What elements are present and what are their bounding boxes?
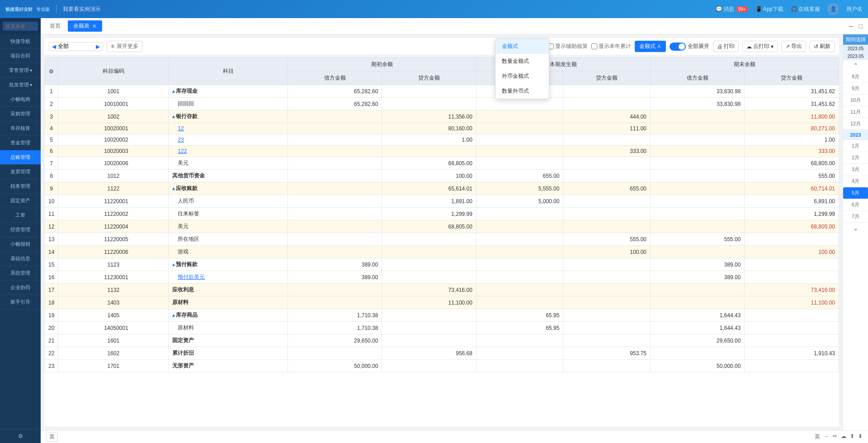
table-row[interactable]: 16 11230001 预付款美元 389.00 389.00	[45, 271, 839, 284]
user-avatar[interactable]: 👤	[827, 3, 839, 15]
table-row[interactable]: 23 1701 无形资产 50,000.00 50,000.00	[45, 360, 839, 372]
mode-btn[interactable]: 金额式 ∧	[635, 41, 666, 52]
demo-link[interactable]: 我要看实例演示	[63, 5, 101, 13]
show-aux-checkbox[interactable]: 显示辅助核算	[548, 43, 588, 50]
table-row[interactable]: 17 1132 应收利息 73,416.00 73,416.00	[45, 284, 839, 296]
tab-minimize-btn[interactable]: ─	[847, 21, 855, 32]
sidebar-item-capital-mgmt[interactable]: 资金管理	[0, 136, 41, 150]
refresh-btn[interactable]: ↺ 刷新	[810, 41, 835, 52]
sidebar-item-new-guide[interactable]: 新手引导	[0, 295, 41, 310]
period-month-3[interactable]: 3月	[843, 164, 868, 176]
search-input[interactable]	[3, 22, 38, 31]
period-range-start[interactable]: 2023.05	[843, 45, 868, 52]
expand-icon[interactable]: ▴	[172, 185, 175, 191]
table-row[interactable]: 3 1002 ▴银行存款 11,356.00 444.00 11,800.00	[45, 110, 839, 123]
table-row[interactable]: 1 1001 ▴库存现金 65,282.60 33,830.98 31,451.…	[45, 85, 839, 98]
tab-home[interactable]: 首页	[44, 20, 66, 32]
sidebar-item-ledger-mgmt[interactable]: 总账管理	[0, 150, 41, 165]
period-month-7[interactable]: 7月	[843, 211, 868, 223]
cloud-print-btn[interactable]: ☁ 云打印 ▾	[742, 41, 778, 52]
table-row[interactable]: 15 1123 ▴预付账款 389.00 389.00	[45, 258, 839, 271]
period-down-nav[interactable]: ⌄	[843, 223, 868, 233]
table-row[interactable]: 11 11220002 往来标签 1,299.99 1,299.99	[45, 208, 839, 220]
period-month-4[interactable]: 4月	[843, 176, 868, 187]
period-year-2023[interactable]: 2023	[843, 130, 868, 140]
lang-btn[interactable]: 英	[46, 432, 58, 442]
sidebar-item-fixed-assets[interactable]: 固定资产	[0, 194, 41, 208]
expand-icon[interactable]: ▴	[172, 113, 175, 119]
th-settings[interactable]: ⚙	[45, 58, 58, 85]
period-month-12[interactable]: 12月	[843, 118, 868, 130]
expand-more-btn[interactable]: ⊕ 展开更多	[107, 41, 142, 52]
table-row[interactable]: 2 10010001 回回回 65,282.60 33,830.98 31,45…	[45, 98, 839, 110]
table-row[interactable]: 5 10020002 23 1.00 1.00	[45, 134, 839, 146]
period-month-8[interactable]: 8月	[843, 71, 868, 83]
message-btn[interactable]: 💬 消息 99+	[716, 5, 748, 13]
period-month-11[interactable]: 11月	[843, 106, 868, 118]
sidebar-item-retail-mgmt[interactable]: 零售管理▾	[0, 63, 41, 78]
status-icon-6[interactable]: ⬇	[858, 433, 863, 441]
period-month-10[interactable]: 10月	[843, 95, 868, 106]
ytd-checkbox[interactable]	[591, 43, 597, 49]
table-row[interactable]: 12 11220004 美元 68,805.00 68,805.00	[45, 220, 839, 233]
subject-search-input[interactable]	[58, 43, 94, 50]
download-btn[interactable]: 📱 App下载	[755, 5, 783, 13]
table-row[interactable]: 18 1403 原材料 11,100.00 11,100.00	[45, 296, 839, 309]
dropdown-item-qty-foreign[interactable]: 数量外币式	[495, 84, 549, 99]
period-month-5[interactable]: 5月	[843, 187, 868, 199]
table-row[interactable]: 13 11220005 所在地区 555.00 555.00	[45, 233, 839, 246]
status-icon-1[interactable]: 英	[815, 433, 820, 441]
sidebar-item-small-ecommerce[interactable]: 小畅电商	[0, 92, 41, 107]
dropdown-item-qty-amount[interactable]: 数量金额式	[495, 54, 549, 69]
sidebar-item-tax-mgmt[interactable]: 税务管理	[0, 179, 41, 194]
table-row[interactable]: 10 11220001 人民币 1,891.00 5,000.00 6,891.…	[45, 195, 839, 208]
search-right-icon[interactable]: ▶	[96, 43, 100, 50]
table-row[interactable]: 4 10020001 12 80,160.00 111.00 80,271.00	[45, 123, 839, 134]
show-ytd-checkbox[interactable]: 显示本年累计	[591, 43, 631, 50]
service-btn[interactable]: 🎧 在线客服	[791, 5, 820, 13]
status-icon-4[interactable]: ☁	[841, 433, 846, 441]
tab-maximize-btn[interactable]: □	[857, 21, 864, 32]
export-btn[interactable]: ↗ 导出	[781, 41, 806, 52]
print-btn[interactable]: 🖨 打印	[713, 41, 739, 52]
table-row[interactable]: 22 1602 累计折旧 956.68 953.75 1,910.43	[45, 347, 839, 360]
sidebar-item-invoice-mgmt[interactable]: 发票管理	[0, 165, 41, 179]
expand-icon[interactable]: ▴	[172, 88, 175, 94]
expand-all-toggle[interactable]: 全部展开	[670, 43, 709, 51]
period-month-1[interactable]: 1月	[843, 140, 868, 152]
dropdown-item-foreign-amount[interactable]: 外币金额式	[495, 69, 549, 84]
table-row[interactable]: 14 11220006 游戏 100.00 100.00	[45, 246, 839, 258]
sidebar-item-enterprise-coop[interactable]: 企业协同	[0, 281, 41, 295]
sidebar-item-quick-nav[interactable]: 快捷导航	[0, 34, 41, 49]
sidebar-item-purchase-mgmt[interactable]: 采购管理	[0, 107, 41, 121]
tab-close-icon[interactable]: ✕	[92, 23, 97, 29]
table-row[interactable]: 21 1601 固定资产 29,650.00 29,650.00	[45, 334, 839, 347]
expand-icon[interactable]: ▴	[172, 312, 175, 318]
period-month-2[interactable]: 2月	[843, 152, 868, 164]
table-row[interactable]: 6 10020003 122 333.00 333.00	[45, 146, 839, 157]
status-icon-2[interactable]: →	[824, 433, 829, 441]
period-month-6[interactable]: 6月	[843, 199, 868, 211]
sidebar-item-small-sales[interactable]: 小畅报销	[0, 237, 41, 252]
dropdown-item-amount[interactable]: 金额式	[495, 39, 549, 54]
toggle-switch[interactable]	[670, 43, 686, 51]
table-row[interactable]: 8 1012 其他货币资金 100.00 655.00 555.00	[45, 170, 839, 182]
sidebar-item-basic-info[interactable]: 基础信息	[0, 252, 41, 266]
period-range-end[interactable]: 2023.05	[843, 52, 868, 60]
sidebar-item-salary[interactable]: 工资	[0, 208, 41, 223]
status-icon-3[interactable]: ✏	[833, 433, 837, 441]
sidebar-item-wholesale-mgmt[interactable]: 批发管理▾	[0, 78, 41, 92]
status-icon-5[interactable]: ⬆	[850, 433, 854, 441]
tab-balance[interactable]: 余额表 ✕	[68, 20, 102, 32]
expand-icon[interactable]: ▴	[172, 261, 175, 267]
sidebar-settings[interactable]: ⚙	[0, 429, 41, 443]
period-up-nav[interactable]: ⌃	[843, 60, 868, 71]
sidebar-item-system-mgmt[interactable]: 系统管理	[0, 266, 41, 281]
table-row[interactable]: 7 10020006 美元 68,805.00 68,805.00	[45, 157, 839, 170]
table-row[interactable]: 19 1405 ▴库存商品 1,710.38 65.95 1,644.43	[45, 309, 839, 322]
period-month-9[interactable]: 9月	[843, 83, 868, 95]
table-row[interactable]: 20 14050001 原材料 1,710.38 65.95 1,644.43	[45, 322, 839, 334]
table-row[interactable]: 9 1122 ▴应收账款 65,614.01 5,555.00 655.00 6…	[45, 182, 839, 195]
username[interactable]: 用户名	[846, 5, 863, 13]
sidebar-item-project-contract[interactable]: 项目合同	[0, 49, 41, 63]
